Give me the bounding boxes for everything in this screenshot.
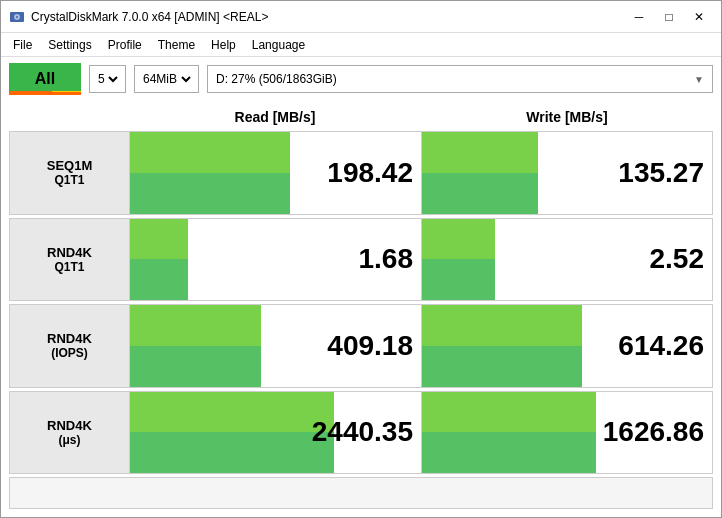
menu-settings[interactable]: Settings (40, 36, 99, 54)
row-label-seq1m: SEQ1M Q1T1 (10, 132, 130, 214)
data-rows: SEQ1M Q1T1 198.42 135.27 RND4K (9, 131, 713, 474)
size-dropdown[interactable]: 64MiB 1GiB 4GiB 16GiB 32GiB 64GiB (139, 71, 194, 87)
count-dropdown[interactable]: 5 1 3 9 (94, 71, 121, 87)
drive-label: D: 27% (506/1863GiB) (216, 72, 337, 86)
size-select[interactable]: 64MiB 1GiB 4GiB 16GiB 32GiB 64GiB (134, 65, 199, 93)
read-value-cell-0: 198.42 (130, 132, 421, 214)
all-button[interactable]: All (9, 63, 81, 95)
read-value-cell-3: 2440.35 (130, 392, 421, 474)
write-value-3: 1626.86 (430, 416, 704, 448)
main-window: CrystalDiskMark 7.0.0 x64 [ADMIN] <REAL>… (0, 0, 722, 518)
read-value-cell-2: 409.18 (130, 305, 421, 387)
drive-select[interactable]: D: 27% (506/1863GiB) ▼ (207, 65, 713, 93)
svg-point-2 (16, 16, 18, 18)
row-label-sub: Q1T1 (54, 260, 84, 274)
write-value-cell-1: 2.52 (421, 219, 712, 301)
chevron-down-icon: ▼ (694, 74, 704, 85)
label-column-header (9, 105, 129, 129)
write-value-cell-2: 614.26 (421, 305, 712, 387)
read-value-3: 2440.35 (138, 416, 413, 448)
app-icon (9, 9, 25, 25)
write-header: Write [MB/s] (421, 105, 713, 129)
write-value-1: 2.52 (430, 243, 704, 275)
title-bar-left: CrystalDiskMark 7.0.0 x64 [ADMIN] <REAL> (9, 9, 268, 25)
menu-file[interactable]: File (5, 36, 40, 54)
table-header: Read [MB/s] Write [MB/s] (9, 105, 713, 129)
menu-profile[interactable]: Profile (100, 36, 150, 54)
write-value-2: 614.26 (430, 330, 704, 362)
table-row: RND4K (μs) 2440.35 1626.86 (9, 391, 713, 475)
title-bar-controls: ─ □ ✕ (625, 7, 713, 27)
row-label-sub: (μs) (58, 433, 80, 447)
window-title: CrystalDiskMark 7.0.0 x64 [ADMIN] <REAL> (31, 10, 268, 24)
table-row: RND4K (IOPS) 409.18 614.26 (9, 304, 713, 388)
row-label-main: RND4K (47, 418, 92, 433)
row-label-rnd4k-q1t1: RND4K Q1T1 (10, 219, 130, 301)
row-label-main: RND4K (47, 331, 92, 346)
row-label-rnd4k-iops: RND4K (IOPS) (10, 305, 130, 387)
maximize-button[interactable]: □ (655, 7, 683, 27)
count-select[interactable]: 5 1 3 9 (89, 65, 126, 93)
read-value-1: 1.68 (138, 243, 413, 275)
row-label-main: RND4K (47, 245, 92, 260)
toolbar: All 5 1 3 9 64MiB 1GiB 4GiB 16GiB 32GiB … (1, 57, 721, 101)
bottom-status-bar (9, 477, 713, 509)
menu-help[interactable]: Help (203, 36, 244, 54)
table-row: SEQ1M Q1T1 198.42 135.27 (9, 131, 713, 215)
row-label-main: SEQ1M (47, 158, 93, 173)
row-label-sub: Q1T1 (54, 173, 84, 187)
write-value-cell-3: 1626.86 (421, 392, 712, 474)
row-label-rnd4k-us: RND4K (μs) (10, 392, 130, 474)
read-header: Read [MB/s] (129, 105, 421, 129)
main-content: Read [MB/s] Write [MB/s] SEQ1M Q1T1 198.… (1, 101, 721, 517)
minimize-button[interactable]: ─ (625, 7, 653, 27)
menu-language[interactable]: Language (244, 36, 313, 54)
write-value-cell-0: 135.27 (421, 132, 712, 214)
close-button[interactable]: ✕ (685, 7, 713, 27)
read-value-cell-1: 1.68 (130, 219, 421, 301)
read-value-2: 409.18 (138, 330, 413, 362)
read-value-0: 198.42 (138, 157, 413, 189)
row-label-sub: (IOPS) (51, 346, 88, 360)
write-value-0: 135.27 (430, 157, 704, 189)
title-bar: CrystalDiskMark 7.0.0 x64 [ADMIN] <REAL>… (1, 1, 721, 33)
menu-bar: File Settings Profile Theme Help Languag… (1, 33, 721, 57)
table-row: RND4K Q1T1 1.68 2.52 (9, 218, 713, 302)
menu-theme[interactable]: Theme (150, 36, 203, 54)
